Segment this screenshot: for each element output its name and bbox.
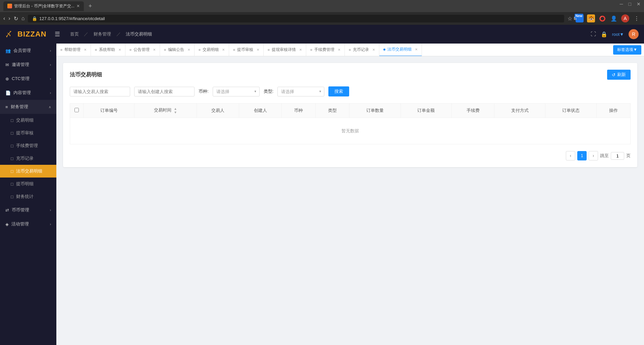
page-jump-input[interactable] xyxy=(611,152,624,160)
page-title: 法币交易明细 xyxy=(70,71,102,78)
table-header-row: 订单编号 交易时间 ▲▼ 交易人 创建人 币种 类型 xyxy=(70,104,631,118)
ctc-icon: ⊕ xyxy=(5,76,9,81)
browser-tab[interactable]: 管理后台 - 币严|全球数字资产交... ✕ xyxy=(3,1,84,11)
ext-icon-5[interactable]: A xyxy=(621,14,629,22)
search-button[interactable]: 搜索 xyxy=(328,86,349,96)
tab-options-button[interactable]: 标签选项▼ xyxy=(613,45,641,55)
lock-icon[interactable]: 🔒 xyxy=(601,31,607,38)
sidebar-sub-finance-stats[interactable]: □ 财务统计 xyxy=(0,190,56,203)
hamburger-button[interactable]: ☰ xyxy=(52,29,63,39)
sidebar-item-activity[interactable]: ◈ 活动管理 › xyxy=(0,217,56,231)
coin-select-wrapper: 请选择 xyxy=(213,87,260,96)
back-button[interactable]: ‹ xyxy=(3,15,5,21)
home-button[interactable]: ⌂ xyxy=(21,15,25,21)
sidebar-sub-withdraw-detail[interactable]: □ 提币明细 xyxy=(0,178,56,190)
chevron-member: › xyxy=(50,49,51,53)
ext-icon-4[interactable]: 👤 xyxy=(610,14,618,22)
tab-withdrawal-detail[interactable]: 提现审核详情 ✕ xyxy=(264,44,306,56)
tab-label: 帮助管理 xyxy=(64,47,80,53)
sidebar-item-content[interactable]: 📄 内容管理 › xyxy=(0,86,56,100)
tab-deposit-record[interactable]: 充币记录 ✕ xyxy=(345,44,379,56)
ext-icon-3[interactable]: ⭕ xyxy=(598,14,606,22)
coin-select[interactable]: 请选择 xyxy=(213,87,260,96)
trader-search-input[interactable] xyxy=(70,87,130,96)
tab-close-fee[interactable]: ✕ xyxy=(338,48,340,52)
col-status: 订单状态 xyxy=(545,104,596,118)
creator-search-input[interactable] xyxy=(134,87,195,96)
breadcrumb-home[interactable]: 首页 xyxy=(70,31,79,37)
tab-withdrawal-review[interactable]: 提币审核 ✕ xyxy=(229,44,264,56)
new-tab-button[interactable]: + xyxy=(87,3,94,10)
refresh-button[interactable]: ↺ 刷新 xyxy=(607,70,631,80)
reload-button[interactable]: ↻ xyxy=(14,15,18,22)
breadcrumb: 首页 ／ 财务管理 ／ 法币交易明细 xyxy=(68,31,585,37)
finance-icon: ≡ xyxy=(5,105,8,110)
forward-button[interactable]: › xyxy=(8,15,10,21)
tab-close-deposit[interactable]: ✕ xyxy=(372,48,375,52)
tab-dot xyxy=(199,49,201,51)
tab-close-transaction[interactable]: ✕ xyxy=(222,48,225,52)
data-table: 订单编号 交易时间 ▲▼ 交易人 创建人 币种 类型 xyxy=(70,103,631,144)
page-card: 法币交易明细 ↺ 刷新 币种: 请选择 xyxy=(63,63,637,167)
sort-icon-time[interactable]: ▲▼ xyxy=(174,107,177,114)
sidebar-item-ctc[interactable]: ⊕ CTC管理 › xyxy=(0,72,56,86)
sidebar-sub-fee[interactable]: □ 手续费管理 xyxy=(0,139,56,152)
tab-close-icon[interactable]: ✕ xyxy=(76,4,80,8)
sub-label-fee: 手续费管理 xyxy=(16,143,38,149)
tab-label: 交易明细 xyxy=(203,47,219,53)
sidebar-item-invite[interactable]: ✉ 邀请管理 › xyxy=(0,58,56,72)
tab-bar: 帮助管理 ✕ 系统帮助 ✕ 公告管理 ✕ 编辑公告 ✕ xyxy=(56,44,644,56)
username: root xyxy=(612,32,620,37)
col-coin: 币种 xyxy=(282,104,316,118)
tab-close-edit-announcement[interactable]: ✕ xyxy=(187,48,190,52)
sub-icon-withdrawal: □ xyxy=(11,131,13,136)
tab-help-manage[interactable]: 帮助管理 ✕ xyxy=(56,44,91,56)
minimize-icon[interactable]: ─ xyxy=(620,1,623,7)
maximize-icon[interactable]: □ xyxy=(629,1,631,7)
url-bar[interactable]: 🔒 127.0.0.1:9527/#/finance/otcdetail xyxy=(28,15,564,22)
ext-icon-2[interactable]: 🐯 xyxy=(587,14,595,22)
col-fee: 手续费 xyxy=(452,104,494,118)
tab-announcement[interactable]: 公告管理 ✕ xyxy=(125,44,160,56)
fullscreen-icon[interactable]: ⛶ xyxy=(591,31,596,37)
type-select[interactable]: 请选择 xyxy=(277,87,324,96)
tab-close-withdrawal-detail[interactable]: ✕ xyxy=(299,48,302,52)
tab-close-announcement[interactable]: ✕ xyxy=(153,48,156,52)
ext-icon-1[interactable]: B New xyxy=(576,14,584,22)
tab-label: 提现审核详情 xyxy=(272,47,296,53)
tab-close-help[interactable]: ✕ xyxy=(84,48,87,52)
bookmark-icon[interactable]: ☆ xyxy=(568,15,572,22)
sidebar-sub-deposit[interactable]: □ 充币记录 xyxy=(0,152,56,165)
sidebar-item-coin[interactable]: ⇄ 币币管理 › xyxy=(0,203,56,217)
col-order-no: 订单编号 xyxy=(84,104,135,118)
breadcrumb-finance[interactable]: 财务管理 xyxy=(94,31,111,37)
tab-fiat-transaction[interactable]: 法币交易明细 ✕ xyxy=(379,44,422,56)
sidebar-label-coin: 币币管理 xyxy=(12,207,29,213)
sidebar-item-member[interactable]: 👥 会员管理 › xyxy=(0,44,56,58)
sidebar-sub-transaction[interactable]: □ 交易明细 xyxy=(0,114,56,127)
sidebar: 👥 会员管理 › ✉ 邀请管理 › ⊕ CTC管理 › xyxy=(0,44,56,345)
tab-close-fiat[interactable]: ✕ xyxy=(415,48,418,51)
sidebar-sub-withdrawal[interactable]: □ 提币审核 xyxy=(0,127,56,139)
breadcrumb-sep-2: ／ xyxy=(116,31,121,37)
type-label: 类型: xyxy=(264,88,274,94)
next-page-button[interactable]: › xyxy=(589,151,598,160)
url-text: 127.0.0.1:9527/#/finance/otcdetail xyxy=(39,16,105,21)
tab-close-withdrawal[interactable]: ✕ xyxy=(257,48,259,52)
tab-close-system-help[interactable]: ✕ xyxy=(118,48,121,52)
current-page-button[interactable]: 1 xyxy=(577,151,587,160)
more-icon[interactable]: ⋮ xyxy=(633,15,641,22)
close-window-icon[interactable]: ✕ xyxy=(637,1,641,7)
sidebar-label-member: 会员管理 xyxy=(13,48,31,54)
tab-fee-manage[interactable]: 手续费管理 ✕ xyxy=(306,44,345,56)
prev-page-button[interactable]: ‹ xyxy=(566,151,575,160)
col-creator: 创建人 xyxy=(239,104,282,118)
user-dropdown[interactable]: root▼ xyxy=(612,32,624,37)
tab-transaction[interactable]: 交易明细 ✕ xyxy=(195,44,229,56)
pagination: ‹ 1 › 跳至 页 xyxy=(70,151,631,160)
tab-edit-announcement[interactable]: 编辑公告 ✕ xyxy=(160,44,195,56)
sidebar-sub-fiat[interactable]: □ 法币交易明细 xyxy=(0,165,56,178)
sidebar-item-finance[interactable]: ≡ 财务管理 ∧ xyxy=(0,100,56,114)
select-all-checkbox[interactable] xyxy=(74,108,79,112)
tab-system-help[interactable]: 系统帮助 ✕ xyxy=(91,44,125,56)
